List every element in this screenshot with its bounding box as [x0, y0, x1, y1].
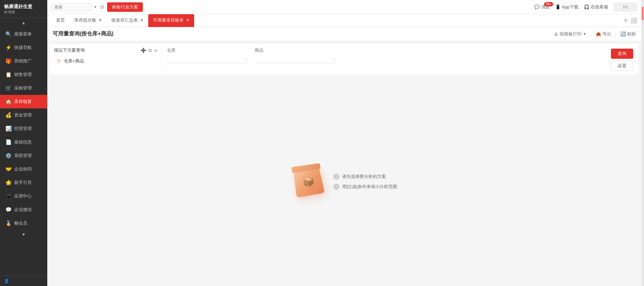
- export-label: 导出: [602, 31, 611, 37]
- filter-right: 仓库 ··· 商品 ··· 查询 设置: [161, 47, 639, 71]
- sidebar-item-label: 库存核算: [14, 99, 32, 105]
- close-tab-button[interactable]: ✕: [623, 17, 628, 24]
- app-download-button[interactable]: 📱 App下载: [555, 4, 578, 10]
- empty-box: 📦: [293, 167, 325, 198]
- sidebar-nav: ▲ 🔍 搜索菜单 ⚡ 快捷导航 🎁 营销推广 📋 销售管理 🛒 采购管理 🏠 库…: [0, 18, 47, 276]
- sidebar-item-label: 畅会员: [14, 220, 27, 226]
- tab-batch-close-icon[interactable]: ✕: [99, 18, 102, 23]
- sidebar-item-basic[interactable]: 📄 基础信息: [0, 135, 47, 149]
- print-template-button[interactable]: 🖨 按模板打印 ▼: [554, 31, 586, 37]
- settings-button[interactable]: 设置: [611, 61, 633, 71]
- sidebar-bottom: 👤: [0, 276, 47, 286]
- collapse-filter-icon[interactable]: «: [154, 48, 157, 53]
- tab-batch-label: 库存批次账: [74, 17, 96, 23]
- refresh-button[interactable]: 🔄 刷新: [620, 31, 636, 37]
- dropdown-arrow-icon[interactable]: ▼: [93, 5, 97, 9]
- sidebar-item-label: 应用中心: [14, 193, 32, 199]
- export-icon: 📤: [596, 31, 601, 36]
- tab-available-close-icon[interactable]: ✕: [186, 18, 189, 23]
- marketing-icon: 🎁: [5, 58, 11, 64]
- export-button[interactable]: 📤 导出: [596, 31, 611, 37]
- sidebar-item-purchase[interactable]: 🛒 采购管理: [0, 81, 47, 95]
- sidebar-item-guide[interactable]: 🌟 新手引导: [0, 176, 47, 189]
- tip-number-2: 2: [333, 184, 339, 190]
- print-label: 按模板打印: [560, 31, 582, 37]
- print-icon: 🖨: [554, 31, 558, 36]
- sidebar-item-vip[interactable]: 🏅 畅会员: [0, 216, 47, 230]
- warehouse-input[interactable]: ···: [167, 55, 248, 63]
- empty-tips: 1 请先选择要分析的方案 2 用[过滤]条件来缩小分析范围: [333, 174, 397, 190]
- divider2: |: [615, 31, 616, 36]
- sidebar-item-operations[interactable]: 📊 经营管理: [0, 122, 47, 135]
- tab-home[interactable]: 首页: [51, 14, 70, 27]
- sidebar-item-shortcut[interactable]: ⚡ 快捷导航: [0, 41, 47, 54]
- sidebar-item-appstore[interactable]: 📱 应用中心: [0, 189, 47, 203]
- sidebar-item-enterprise[interactable]: 🤝 企业协同: [0, 162, 47, 176]
- box-icon: 📦: [302, 175, 315, 188]
- tab-available[interactable]: 可用量库存账本 ✕: [148, 14, 194, 27]
- user-avatar[interactable]: Rit: [614, 2, 637, 12]
- page-title: 可用量查询(按仓库+商品): [53, 30, 113, 37]
- user-icon: 👤: [4, 279, 9, 283]
- scroll-down-btn[interactable]: ▼: [0, 230, 47, 239]
- tab-batch[interactable]: 库存批次账 ✕: [70, 14, 107, 27]
- basic-icon: 📄: [5, 139, 11, 145]
- sidebar-item-label: 经营管理: [14, 126, 32, 132]
- tab-bar: 首页 库存批次账 ✕ 收发存汇总表 ✕ 可用量库存账本 ✕ ✕ ⬜: [47, 14, 641, 27]
- product-input[interactable]: ···: [255, 55, 336, 63]
- right-scrollbar[interactable]: [641, 0, 644, 286]
- wechat-icon: 💬: [5, 207, 11, 213]
- topbar-right: 💬 消息 99+ 📱 App下载 🎧 在线客服 Rit: [534, 2, 637, 12]
- topbar: ▼ ⚙ 体验行业方案 💬 消息 99+ 📱 App下载 🎧 在线客服 Rit: [47, 0, 641, 14]
- print-arrow-icon: ▼: [583, 32, 586, 36]
- scrollbar-thumb[interactable]: [642, 7, 644, 20]
- gear-filter-icon[interactable]: ⊙: [148, 48, 152, 53]
- query-actions: 查询 设置: [611, 47, 633, 71]
- scroll-up-btn[interactable]: ▲: [0, 18, 47, 27]
- scheme-icon: ⟳: [57, 58, 61, 64]
- sidebar-item-sales[interactable]: 📋 销售管理: [0, 68, 47, 81]
- sidebar-item-marketing[interactable]: 🎁 营销推广: [0, 54, 47, 68]
- service-label: 在线客服: [591, 4, 608, 10]
- app-download-label: App下载: [562, 4, 578, 10]
- warehouse-field: 仓库 ···: [167, 47, 248, 63]
- industry-solution-button[interactable]: 体验行业方案: [107, 2, 143, 12]
- shortcut-icon: ⚡: [5, 45, 11, 51]
- empty-tip-1: 1 请先选择要分析的方案: [333, 174, 397, 180]
- query-button[interactable]: 查询: [611, 49, 633, 59]
- sidebar-item-system[interactable]: ⚙️ 系统管理: [0, 149, 47, 162]
- tab-summary-close-icon[interactable]: ✕: [140, 18, 144, 23]
- sidebar-item-inventory[interactable]: 🏠 库存核算: [0, 95, 47, 108]
- sidebar-item-label: 企业微信: [14, 207, 32, 213]
- appstore-icon: 📱: [5, 193, 11, 199]
- content-area: 可用量查询(按仓库+商品) 🖨 按模板打印 ▼ | 📤 导出 | 🔄 刷新: [47, 27, 641, 286]
- sidebar-item-finance[interactable]: 💰 资金管理: [0, 108, 47, 122]
- refresh-icon: 🔄: [620, 31, 626, 36]
- guide-icon: 🌟: [5, 180, 11, 186]
- expand-tab-button[interactable]: ⬜: [630, 17, 637, 24]
- operations-icon: 📊: [5, 126, 11, 132]
- tab-available-label: 可用量库存账本: [153, 17, 184, 23]
- inventory-icon: 🏠: [5, 99, 11, 105]
- sidebar-item-search[interactable]: 🔍 搜索菜单: [0, 27, 47, 41]
- search-input[interactable]: [51, 3, 92, 11]
- settings-icon[interactable]: ⚙: [100, 4, 104, 10]
- content-header: 可用量查询(按仓库+商品) 🖨 按模板打印 ▼ | 📤 导出 | 🔄 刷新: [47, 27, 641, 41]
- sidebar-item-wechat[interactable]: 💬 企业微信: [0, 203, 47, 216]
- tab-summary[interactable]: 收发存汇总表 ✕: [107, 14, 148, 27]
- online-service-button[interactable]: 🎧 在线客服: [584, 4, 608, 10]
- add-filter-icon[interactable]: ➕: [140, 48, 146, 53]
- sidebar-item-label: 基础信息: [14, 139, 32, 145]
- content-actions: 🖨 按模板打印 ▼ | 📤 导出 | 🔄 刷新: [554, 31, 636, 37]
- filter-scheme-item[interactable]: ⟳ 仓库+商品: [54, 56, 157, 66]
- topbar-search-area: ▼: [51, 3, 97, 11]
- tab-summary-label: 收发存汇总表: [111, 17, 138, 23]
- tip-number-1: 1: [333, 174, 339, 180]
- filter-left: 按以下方案查询 ➕ ⊙ « ⟳ 仓库+商品: [50, 47, 161, 71]
- message-icon: 💬: [534, 4, 540, 9]
- product-dots-icon[interactable]: ···: [332, 56, 336, 61]
- message-button[interactable]: 💬 消息 99+: [534, 4, 550, 10]
- tab-home-label: 首页: [56, 17, 65, 23]
- warehouse-dots-icon[interactable]: ···: [244, 56, 248, 61]
- divider: |: [590, 31, 591, 36]
